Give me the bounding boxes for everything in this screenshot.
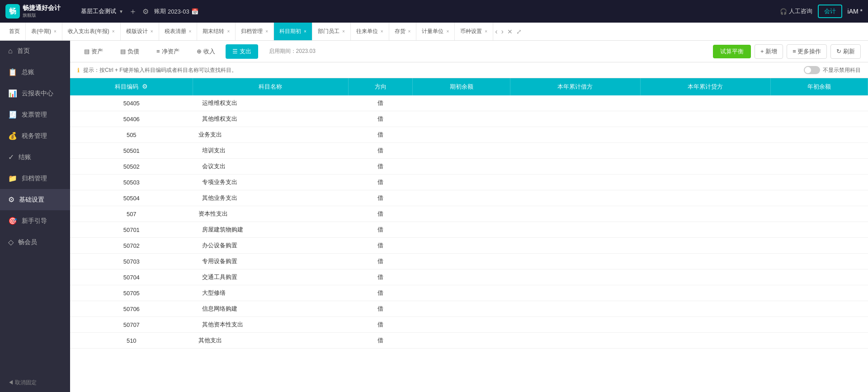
toggle-disabled-subjects[interactable]: 不显示禁用科目 <box>804 66 861 74</box>
tab-tax-clear[interactable]: 税表清册 × <box>159 23 198 41</box>
tab-income-expense[interactable]: 收入支出表(年报) × <box>62 23 121 41</box>
tab-nav-left[interactable]: ‹ <box>493 28 499 36</box>
close-tab-income-expense[interactable]: × <box>112 29 115 34</box>
cell-ytd-debit <box>510 159 640 175</box>
tab-subject-init[interactable]: 科目期初 × <box>274 23 312 41</box>
toggle-switch[interactable] <box>804 66 820 74</box>
table-row[interactable]: 50701 房屋建筑物购建 借 <box>70 222 868 238</box>
tab-dept-staff[interactable]: 部门员工 × <box>312 23 351 41</box>
sidebar-label-invoice: 发票管理 <box>22 111 47 119</box>
cell-ytd-credit <box>640 175 770 190</box>
close-tab-customers[interactable]: × <box>381 29 383 34</box>
table-row[interactable]: 50702 办公设备购置 借 <box>70 238 868 254</box>
sidebar-item-archive[interactable]: 📁 归档管理 <box>0 168 70 189</box>
support-button[interactable]: 🎧 人工咨询 <box>780 7 812 15</box>
close-tab-tax-clear[interactable]: × <box>189 29 192 34</box>
cell-ytd-debit <box>510 238 640 254</box>
sidebar-label-member: 畅会员 <box>18 238 37 246</box>
tab-expand[interactable]: ⤢ <box>514 28 524 35</box>
tab-inventory[interactable]: 存货 × <box>389 23 417 41</box>
table-row[interactable]: 50501 培训支出 借 <box>70 143 868 159</box>
sidebar-item-member[interactable]: ◇ 畅会员 <box>0 231 70 253</box>
close-tab-subject-init[interactable]: × <box>304 29 307 34</box>
table-row[interactable]: 505 业务支出 借 <box>70 127 868 143</box>
close-tab-period-end[interactable]: × <box>227 29 230 34</box>
sidebar-item-guide[interactable]: 🎯 新手引导 <box>0 210 70 231</box>
sidebar-label-guide: 新手引导 <box>22 217 47 225</box>
close-tab-template[interactable]: × <box>151 29 153 34</box>
expense-icon: ☰ <box>232 48 238 55</box>
table-row[interactable]: 50707 其他资本性支出 借 <box>70 317 868 333</box>
sidebar-item-tax[interactable]: 💰 税务管理 <box>0 125 70 146</box>
more-actions-button[interactable]: ≡ 更多操作 <box>787 44 827 59</box>
close-tab-archive[interactable]: × <box>265 29 268 34</box>
add-workspace-button[interactable]: ＋ <box>129 6 137 17</box>
company-selector[interactable]: 基层工会测试 ▼ <box>81 7 123 15</box>
table-row[interactable]: 50704 交通工具购置 借 <box>70 269 868 285</box>
pin-label: ◀ 取消固定 <box>8 379 37 387</box>
cell-year-opening <box>770 317 868 333</box>
account-button[interactable]: 会计 <box>818 5 842 18</box>
cell-opening <box>413 285 510 301</box>
cell-name: 会议支出 <box>193 159 349 175</box>
tab-template[interactable]: 模版设计 × <box>121 23 159 41</box>
toggle-label: 不显示禁用科目 <box>823 66 861 74</box>
cell-name: 专用设备购置 <box>193 254 349 269</box>
table-row[interactable]: 50504 其他业务支出 借 <box>70 190 868 206</box>
close-tab-currency[interactable]: × <box>485 29 487 34</box>
sidebar-item-home[interactable]: ⌂ 首页 <box>0 41 70 61</box>
cell-opening <box>413 190 510 206</box>
sidebar-pin-button[interactable]: ◀ 取消固定 <box>0 373 70 392</box>
tab-close-all[interactable]: ✕ <box>505 28 514 35</box>
cell-ytd-debit <box>510 190 640 206</box>
tab-period-end[interactable]: 期末结转 × <box>197 23 236 41</box>
table-row[interactable]: 50405 运维维权支出 借 <box>70 95 868 111</box>
table-row[interactable]: 50502 会议支出 借 <box>70 159 868 175</box>
table-row[interactable]: 50705 大型修缮 借 <box>70 285 868 301</box>
close-tab-dept-staff[interactable]: × <box>342 29 345 34</box>
table-row[interactable]: 50706 信息网络购建 借 <box>70 301 868 317</box>
sidebar-item-invoice[interactable]: 🧾 发票管理 <box>0 104 70 125</box>
top-bar: 畅 畅捷通好会计 旗舰版 基层工会测试 ▼ ＋ ⚙ 账期 2023-03 📅 🎧… <box>0 0 868 23</box>
tab-customers[interactable]: 往来单位 × <box>351 23 389 41</box>
logo-area: 畅 畅捷通好会计 旗舰版 <box>5 4 75 19</box>
archive-icon: 📁 <box>8 174 17 183</box>
close-tab-balance-mid[interactable]: × <box>54 29 57 34</box>
add-button[interactable]: + 新增 <box>755 44 783 59</box>
cell-code: 50706 <box>70 301 193 317</box>
cell-year-opening <box>770 269 868 285</box>
close-tab-unit[interactable]: × <box>446 29 449 34</box>
table-row[interactable]: 50503 专项业务支出 借 <box>70 175 868 190</box>
sidebar-item-settings[interactable]: ⚙ 基础设置 <box>0 189 70 210</box>
sidebar-item-checkout[interactable]: ✓ 结账 <box>0 146 70 168</box>
close-tab-inventory[interactable]: × <box>408 29 411 34</box>
tab-home[interactable]: 首页 <box>4 23 26 41</box>
cat-tab-income[interactable]: ⊕ 收入 <box>190 44 222 59</box>
refresh-button[interactable]: ↻ 刷新 <box>830 44 861 59</box>
cat-tab-expense[interactable]: ☰ 支出 <box>226 44 258 59</box>
settings-icon[interactable]: ⚙ <box>142 7 149 16</box>
table-row[interactable]: 510 其他支出 借 <box>70 333 868 349</box>
tab-currency[interactable]: 币种设置 × <box>455 23 493 41</box>
table-row[interactable]: 50703 专用设备购置 借 <box>70 254 868 269</box>
subjects-table: 科目编码 ⚙ 科目名称 方向 期初余额 本年累计借方 <box>70 78 868 349</box>
column-settings-icon[interactable]: ⚙ <box>142 83 148 90</box>
calendar-icon[interactable]: 📅 <box>191 8 198 15</box>
balance-button[interactable]: 试算平衡 <box>713 45 751 58</box>
table-row[interactable]: 507 资本性支出 借 <box>70 206 868 222</box>
cat-tab-net-asset[interactable]: ≡ 净资产 <box>150 44 186 59</box>
cell-ytd-debit <box>510 301 640 317</box>
tab-nav-right[interactable]: › <box>499 28 505 36</box>
tab-balance-mid[interactable]: 表(中期) × <box>26 23 62 41</box>
sidebar-item-ledger[interactable]: 📋 总账 <box>0 61 70 83</box>
company-name: 基层工会测试 <box>81 7 116 15</box>
table-row[interactable]: 50406 其他维权支出 借 <box>70 111 868 127</box>
cell-direction: 借 <box>348 269 413 285</box>
cell-code: 50501 <box>70 143 193 159</box>
tab-unit[interactable]: 计量单位 × <box>416 23 455 41</box>
tab-archive[interactable]: 归档管理 × <box>236 23 274 41</box>
cell-year-opening <box>770 254 868 269</box>
sidebar-item-report[interactable]: 📊 云报表中心 <box>0 83 70 104</box>
cat-tab-liability[interactable]: ▤ 负债 <box>113 44 146 59</box>
cat-tab-asset[interactable]: ▤ 资产 <box>77 44 110 59</box>
